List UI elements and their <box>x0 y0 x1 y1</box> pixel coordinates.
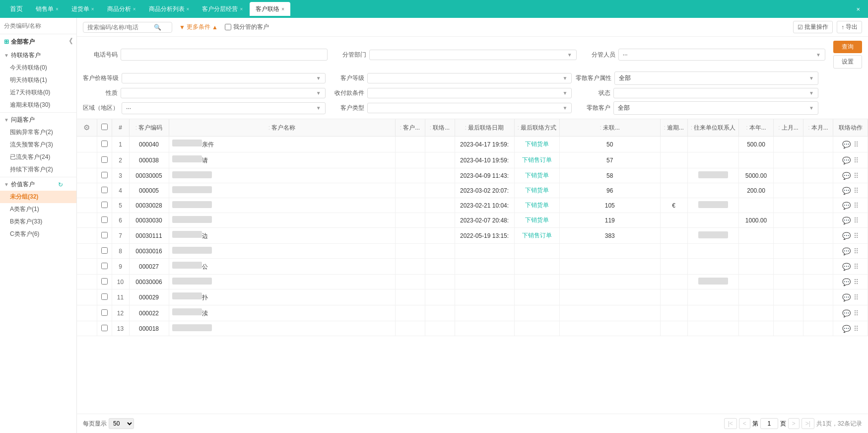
more-icon[interactable]: ⠿ <box>854 156 859 164</box>
filter-nature-select[interactable]: ▼ <box>121 88 326 98</box>
page-size-select[interactable]: 50 100 200 <box>109 418 134 429</box>
tab-product-analysis-list[interactable]: 商品分析列表 × <box>143 2 196 16</box>
chat-icon[interactable]: 💬 <box>842 202 851 210</box>
row-checkbox[interactable] <box>101 202 108 208</box>
row-checkbox-cell[interactable] <box>97 228 112 244</box>
row-last-method[interactable]: 下销货单 <box>514 137 559 152</box>
more-icon[interactable]: ⠿ <box>854 141 859 148</box>
row-checkbox[interactable] <box>101 247 108 254</box>
th-type[interactable]: 客户... <box>395 119 425 137</box>
row-checkbox[interactable] <box>101 187 108 193</box>
th-last-date[interactable]: 最后联络日期 <box>455 119 514 137</box>
tab-sales[interactable]: 销售单 × <box>30 2 65 16</box>
sidebar-collapse-btn[interactable]: 《 <box>66 37 72 46</box>
sidebar-item-group-c[interactable]: C类客户(6) <box>0 228 76 240</box>
sidebar-item-declining[interactable]: 持续下滑客户(2) <box>0 163 76 176</box>
row-checkbox[interactable] <box>101 141 108 147</box>
row-last-method[interactable] <box>514 289 559 305</box>
chat-icon[interactable]: 💬 <box>842 156 851 164</box>
last-method-link[interactable]: 下销售订单 <box>522 156 552 163</box>
more-icon[interactable]: ⠿ <box>854 172 859 180</box>
row-last-method[interactable]: 下销货单 <box>514 183 559 198</box>
th-last-method[interactable]: 最后联络方式 <box>514 119 559 137</box>
export-btn[interactable]: ↑ 导出 <box>837 21 862 33</box>
sidebar-group-value-customers[interactable]: ▼ 价值客户 ↻ <box>0 178 76 191</box>
close-customer-contact-tab[interactable]: × <box>281 6 284 12</box>
sidebar-item-today[interactable]: 今天待联络(0) <box>0 62 76 74</box>
sidebar-item-tomorrow[interactable]: 明天待联络(1) <box>0 74 76 86</box>
filter-customer-level-select[interactable]: ▼ <box>367 73 572 83</box>
sidebar-all-customers[interactable]: ⊞ 全部客户 《 <box>0 34 76 49</box>
filter-phone-input[interactable] <box>121 49 328 61</box>
more-icon[interactable]: ⠿ <box>854 232 859 240</box>
row-last-method[interactable]: 下销货单 <box>514 168 559 183</box>
close-all-btn[interactable]: × <box>852 5 864 13</box>
row-last-method[interactable]: 下销货单 <box>514 213 559 228</box>
last-method-link[interactable]: 下销货单 <box>525 216 549 223</box>
sidebar-search-input[interactable] <box>4 22 77 29</box>
row-last-method[interactable] <box>514 305 559 321</box>
filter-payment-select[interactable]: ▼ <box>367 88 572 98</box>
my-customers-checkbox[interactable]: 我分管的客户 <box>225 23 269 31</box>
filter-more-btn[interactable]: ▼ 更多条件 ▲ <box>176 21 221 33</box>
batch-ops-btn[interactable]: ☑ 批量操作 <box>793 21 833 33</box>
th-code[interactable]: 客户编码 <box>129 119 169 137</box>
prev-page-btn[interactable]: < <box>739 418 750 429</box>
sidebar-item-abnormal-purchase[interactable]: 囤购异常客户(2) <box>0 126 76 139</box>
row-checkbox-cell[interactable] <box>97 305 112 321</box>
chat-icon[interactable]: 💬 <box>842 216 851 224</box>
more-icon[interactable]: ⠿ <box>854 263 859 271</box>
filter-price-level-select[interactable]: ▼ <box>122 73 326 83</box>
row-checkbox-cell[interactable] <box>97 275 112 289</box>
nav-home[interactable]: 首页 <box>4 4 29 13</box>
last-method-link[interactable]: 下销货单 <box>525 172 549 179</box>
row-checkbox-cell[interactable] <box>97 168 112 183</box>
chat-icon[interactable]: 💬 <box>842 172 851 180</box>
row-checkbox-cell[interactable] <box>97 321 112 336</box>
row-checkbox[interactable] <box>101 293 108 300</box>
chat-icon[interactable]: 💬 <box>842 278 851 286</box>
row-checkbox[interactable] <box>101 232 108 238</box>
row-last-method[interactable]: 下销货单 <box>514 198 559 213</box>
close-customer-segment-tab[interactable]: × <box>240 6 243 12</box>
chat-icon[interactable]: 💬 <box>842 232 851 240</box>
tab-product-analysis[interactable]: 商品分析 × <box>101 2 142 16</box>
filter-manager-select[interactable]: ··· ▼ <box>618 49 825 61</box>
row-checkbox[interactable] <box>101 309 108 316</box>
filter-dept-select[interactable]: ▼ <box>369 50 576 60</box>
last-method-link[interactable]: 下销货单 <box>525 141 549 147</box>
next-page-btn[interactable]: > <box>788 418 800 429</box>
close-product-analysis-list-tab[interactable]: × <box>187 6 190 12</box>
chat-icon[interactable]: 💬 <box>842 247 851 255</box>
th-overdue[interactable]: 逾期... <box>660 119 687 137</box>
current-page-input[interactable] <box>760 418 778 429</box>
sidebar-item-overdue[interactable]: 逾期未联络(30) <box>0 99 76 111</box>
more-icon[interactable]: ⠿ <box>854 278 859 286</box>
sidebar-item-lost[interactable]: 已流失客户(24) <box>0 151 76 163</box>
sidebar-item-unclassified[interactable]: 未分组(32) <box>0 191 76 203</box>
row-checkbox-cell[interactable] <box>97 183 112 198</box>
settings-icon[interactable]: ⚙ <box>83 123 90 132</box>
th-this-month[interactable]: 本月... <box>803 119 833 137</box>
close-sales-tab[interactable]: × <box>56 6 59 12</box>
row-last-method[interactable] <box>514 275 559 289</box>
th-contact[interactable]: 联络... <box>425 119 455 137</box>
row-last-method[interactable] <box>514 244 559 259</box>
th-checkbox[interactable] <box>97 119 112 137</box>
th-last-month[interactable]: 上月... <box>774 119 803 137</box>
select-all-checkbox[interactable] <box>101 124 108 130</box>
row-checkbox-cell[interactable] <box>97 198 112 213</box>
th-settings[interactable]: ⚙ <box>77 119 97 137</box>
chat-icon[interactable]: 💬 <box>842 309 851 317</box>
last-method-link[interactable]: 下销货单 <box>525 202 549 209</box>
filter-region-select[interactable]: ··· ▼ <box>122 102 326 114</box>
th-this-year[interactable]: 本年... <box>739 119 774 137</box>
toolbar-search-icon[interactable]: 🔍 <box>154 24 161 31</box>
row-checkbox[interactable] <box>101 263 108 269</box>
close-purchase-tab[interactable]: × <box>91 6 94 12</box>
row-checkbox[interactable] <box>101 325 108 331</box>
row-last-method[interactable] <box>514 321 559 336</box>
reset-btn[interactable]: 设置 <box>833 55 862 69</box>
row-last-method[interactable]: 下销售订单 <box>514 152 559 168</box>
chat-icon[interactable]: 💬 <box>842 141 851 148</box>
